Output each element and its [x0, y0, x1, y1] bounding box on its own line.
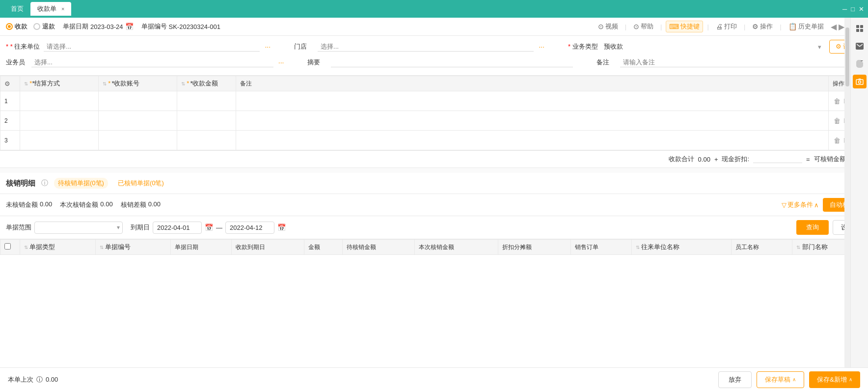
store-input[interactable] — [318, 42, 534, 52]
range-field: 单据范围 — [6, 222, 123, 234]
pending-tab[interactable]: 待核销单据(0笔) — [54, 178, 108, 189]
table-row: 2 🗑 ⎘ — [0, 111, 868, 131]
main-content: 收款 退款 单据日期 2023-03-24 📅 单据编号 SK-20230324… — [0, 18, 868, 391]
tab-receipt[interactable]: 收款单 × — [30, 2, 71, 16]
nav-next-icon[interactable]: ▶ — [839, 22, 844, 31]
biz-type-label: * 业务类型 — [568, 42, 598, 51]
row-3-amount[interactable] — [177, 131, 236, 150]
range-select-wrap — [34, 222, 123, 234]
save-draft-button[interactable]: 保存草稿 ∧ — [757, 371, 804, 388]
staff-input[interactable] — [31, 57, 273, 67]
store-label: 门店 — [294, 42, 314, 51]
row-2-remark[interactable] — [236, 111, 829, 131]
partner-more-icon[interactable]: ··· — [265, 43, 271, 51]
partner-input[interactable] — [44, 42, 260, 52]
print-btn[interactable]: 🖨 打印 — [713, 21, 740, 32]
row-1-settle[interactable] — [20, 91, 99, 111]
discount-input[interactable] — [753, 155, 802, 163]
date-field: 到期日 📅 — 📅 — [131, 222, 286, 234]
close-icon[interactable]: ✕ — [859, 5, 864, 13]
row-2-delete-icon[interactable]: 🗑 — [834, 117, 841, 125]
row-3-remark[interactable] — [236, 131, 829, 150]
doc-nav: ◀ ▶ — [831, 22, 844, 31]
section-info-icon[interactable]: ⓘ — [41, 179, 48, 188]
th-current: 本次核销金额 — [415, 240, 498, 255]
done-tab[interactable]: 已核销单据(0笔) — [114, 178, 168, 189]
bottom-info-icon[interactable]: ⓘ — [36, 375, 43, 384]
tab-home[interactable]: 首页 — [4, 2, 30, 16]
date-from-calendar-icon[interactable]: 📅 — [205, 223, 213, 231]
save-new-button[interactable]: 保存&新增 ∧ — [809, 371, 860, 388]
biz-type-dropdown-icon[interactable]: ▾ — [818, 43, 821, 51]
sidebar-screenshot-icon[interactable] — [853, 75, 867, 88]
search-filter: 单据范围 到期日 📅 — 📅 查询 设置 — [0, 216, 868, 239]
tab-close-icon[interactable]: × — [61, 6, 64, 12]
memo-label: 摘要 — [307, 58, 327, 67]
date-from-input[interactable] — [153, 222, 202, 234]
row-2-settle[interactable] — [20, 111, 99, 131]
row-2-account[interactable] — [99, 111, 177, 131]
th-settle: ⇅ **结算方式 — [20, 76, 99, 91]
help-btn[interactable]: ⊙ 帮助 — [630, 21, 656, 32]
save-draft-label: 保存草稿 — [765, 375, 790, 384]
row-1-delete-icon[interactable]: 🗑 — [834, 97, 841, 105]
date-to-input[interactable] — [225, 222, 274, 234]
doc-no-field: 单据编号 SK-20230324-001 — [141, 22, 221, 31]
range-select[interactable] — [34, 222, 123, 234]
sort-icon-doc-no: ⇅ — [100, 245, 104, 250]
total-value: 0.00 — [698, 156, 710, 163]
shortcut-btn[interactable]: ⌨ 快捷键 — [666, 21, 703, 32]
doc-no-label: 单据编号 — [141, 22, 167, 31]
maximize-icon[interactable]: □ — [851, 5, 855, 13]
doc-date-calendar-icon[interactable]: 📅 — [125, 23, 134, 30]
date-to-calendar-icon[interactable]: 📅 — [277, 223, 286, 231]
partner-label: * 往来单位 — [6, 42, 40, 51]
plus-sign: + — [714, 156, 718, 163]
video-btn[interactable]: ⊙ 视频 — [595, 21, 621, 32]
row-3-delete-icon[interactable]: 🗑 — [834, 137, 841, 144]
memo-input[interactable] — [331, 57, 573, 67]
operation-btn[interactable]: ⚙ 操作 — [749, 21, 776, 32]
more-conditions-btn[interactable]: ▽ 更多条件 ∧ — [782, 200, 819, 209]
row-3-idx: 3 — [0, 131, 20, 150]
print-label: 打印 — [724, 22, 737, 31]
form-row-1: * 往来单位 ··· 门店 ··· * 业务类型 预收款 ▾ ⚙ 设置 — [6, 40, 862, 54]
store-more-icon[interactable]: ··· — [539, 43, 544, 51]
chevron-up-icon: ∧ — [814, 201, 819, 209]
row-2-amount[interactable] — [177, 111, 236, 131]
row-1-amount[interactable] — [177, 91, 236, 111]
table-settings-icon[interactable]: ⚙ — [4, 80, 10, 87]
th-account: ⇅ **收款账号 — [99, 76, 177, 91]
doc-no-value: SK-20230324-001 — [169, 23, 221, 30]
row-1-idx: 1 — [0, 91, 20, 111]
minimize-icon[interactable]: ─ — [842, 5, 847, 13]
history-btn[interactable]: 📋 历史单据 — [786, 21, 827, 32]
select-all-checkbox[interactable] — [4, 243, 11, 250]
row-3-account[interactable] — [99, 131, 177, 150]
row-1-remark[interactable] — [236, 91, 829, 111]
discard-button[interactable]: 放弃 — [718, 371, 752, 388]
row-1-account[interactable] — [99, 91, 177, 111]
sidebar-email-icon[interactable] — [853, 39, 867, 53]
diff-label: 核销差额 — [121, 200, 146, 209]
row-3-settle[interactable] — [20, 131, 99, 150]
query-button[interactable]: 查询 — [796, 220, 829, 235]
bottom-total-value: 0.00 — [46, 376, 58, 383]
radio-receipt[interactable]: 收款 — [6, 22, 27, 31]
window-controls: ─ □ ✕ — [842, 5, 864, 13]
video-label: 视频 — [605, 22, 618, 31]
sort-icon-dept: ⇅ — [796, 245, 800, 250]
sidebar-table-icon[interactable] — [853, 22, 867, 35]
remark-input[interactable] — [620, 57, 862, 67]
radio-refund[interactable]: 退款 — [33, 22, 55, 31]
sidebar-attach-icon[interactable] — [853, 57, 867, 71]
th-sales-order: 销售订单 — [570, 240, 631, 255]
nav-prev-icon[interactable]: ◀ — [831, 22, 837, 31]
operation-label: 操作 — [760, 22, 773, 31]
th-doc-type: ⇅ 单据类型 — [20, 240, 96, 255]
staff-more-icon[interactable]: ··· — [278, 58, 284, 66]
radio-receipt-circle — [6, 23, 13, 30]
th-settings[interactable]: ⚙ — [0, 76, 20, 91]
print-icon: 🖨 — [716, 23, 723, 30]
scroll-thumb[interactable] — [845, 28, 849, 86]
